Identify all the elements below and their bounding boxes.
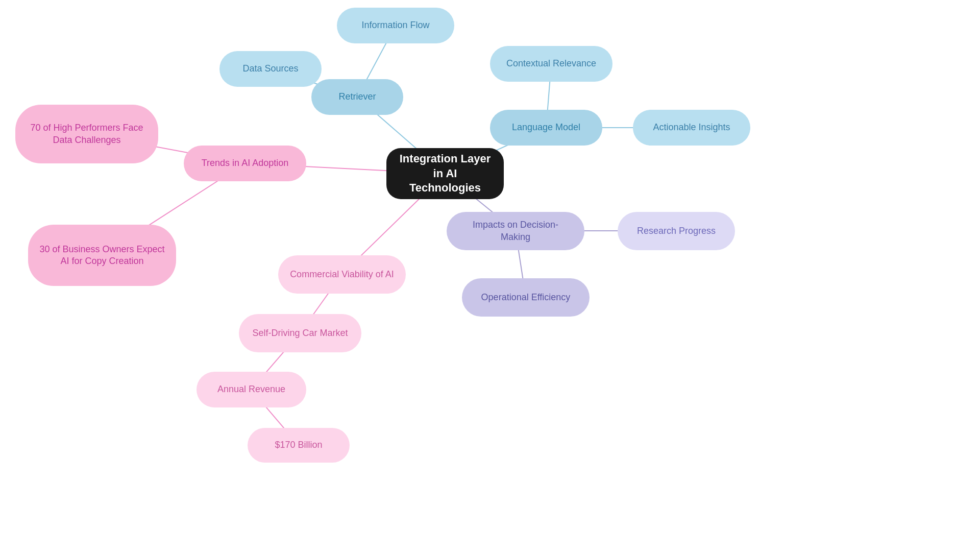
billion-node[interactable]: $170 Billion: [248, 428, 350, 463]
actionable-insights-label: Actionable Insights: [653, 122, 730, 133]
language-model-node[interactable]: Language Model: [490, 110, 602, 146]
center-node[interactable]: Integration Layer in AI Technologies: [386, 148, 504, 199]
trends-ai-node[interactable]: Trends in AI Adoption: [184, 146, 306, 181]
information-flow-node[interactable]: Information Flow: [337, 8, 454, 43]
actionable-insights-node[interactable]: Actionable Insights: [633, 110, 750, 146]
business-owners-label: 30 of Business Owners Expect AI for Copy…: [39, 244, 165, 268]
trends-ai-label: Trends in AI Adoption: [202, 157, 288, 169]
research-progress-label: Research Progress: [637, 225, 716, 237]
retriever-label: Retriever: [338, 91, 376, 103]
self-driving-node[interactable]: Self-Driving Car Market: [239, 314, 361, 352]
high-performers-label: 70 of High Performers Face Data Challeng…: [27, 122, 147, 146]
high-performers-node[interactable]: 70 of High Performers Face Data Challeng…: [15, 105, 158, 163]
information-flow-label: Information Flow: [361, 19, 429, 31]
billion-label: $170 Billion: [275, 439, 322, 451]
research-progress-node[interactable]: Research Progress: [618, 212, 735, 250]
data-sources-label: Data Sources: [242, 63, 298, 75]
operational-efficiency-label: Operational Efficiency: [481, 292, 571, 303]
center-label: Integration Layer in AI Technologies: [398, 152, 493, 196]
operational-efficiency-node[interactable]: Operational Efficiency: [462, 278, 590, 317]
impacts-decision-node[interactable]: Impacts on Decision-Making: [447, 212, 584, 250]
impacts-decision-label: Impacts on Decision-Making: [458, 219, 573, 243]
commercial-viability-node[interactable]: Commercial Viability of AI: [278, 255, 406, 294]
business-owners-node[interactable]: 30 of Business Owners Expect AI for Copy…: [28, 225, 176, 286]
data-sources-node[interactable]: Data Sources: [219, 51, 322, 87]
annual-revenue-node[interactable]: Annual Revenue: [197, 372, 306, 407]
retriever-node[interactable]: Retriever: [311, 79, 403, 115]
contextual-relevance-node[interactable]: Contextual Relevance: [490, 46, 612, 82]
self-driving-label: Self-Driving Car Market: [252, 327, 348, 339]
commercial-viability-label: Commercial Viability of AI: [290, 269, 394, 280]
contextual-relevance-label: Contextual Relevance: [506, 58, 596, 69]
language-model-label: Language Model: [512, 122, 580, 133]
annual-revenue-label: Annual Revenue: [217, 383, 285, 395]
